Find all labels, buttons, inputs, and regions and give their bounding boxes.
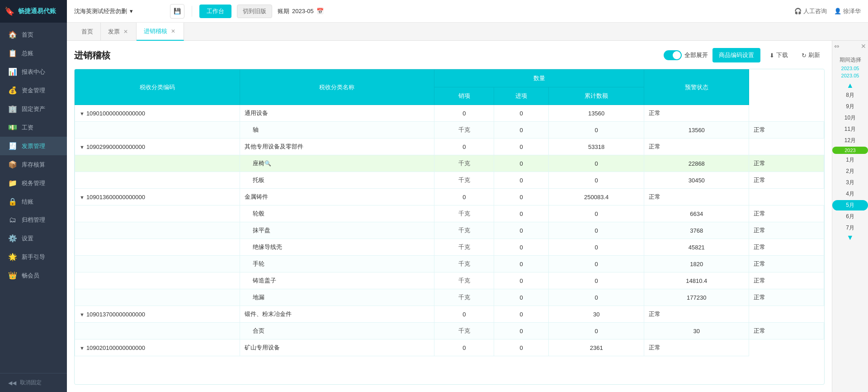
period-month-item[interactable]: 10月 xyxy=(832,113,868,123)
download-button[interactable]: ⬇ 下载 xyxy=(765,48,793,62)
period-month-item[interactable]: 11月 xyxy=(832,124,868,134)
row-code: ▼109020100000000000 xyxy=(75,339,240,356)
col-header-sale: 销项 xyxy=(434,87,494,105)
panel-expand-icon[interactable]: ⇔ xyxy=(834,43,840,50)
row-sale: 0 xyxy=(494,222,549,239)
tab-close-icon[interactable]: ✕ xyxy=(170,27,176,35)
settings-button[interactable]: 商品编码设置 xyxy=(712,48,760,62)
company-selector[interactable]: 沈海英测试经营勿删 ▾ xyxy=(74,7,165,15)
tab-进销稽核[interactable]: 进销稽核✕ xyxy=(137,23,184,41)
sidebar-item-库存核算[interactable]: 📦库存核算 xyxy=(0,155,67,174)
calendar-icon[interactable]: 📅 xyxy=(316,8,324,14)
row-name: 托板 xyxy=(240,172,434,189)
data-table: 税收分类编码 税收分类名称 数量 预警状态 销项 进项 累计数额 xyxy=(75,69,824,356)
period-month-item[interactable]: 6月 xyxy=(832,211,868,222)
refresh-button[interactable]: ↻ 刷新 xyxy=(797,48,825,62)
row-total: 45821 xyxy=(644,239,749,256)
row-sale: 0 xyxy=(434,339,494,356)
row-total: 53318 xyxy=(549,139,644,155)
service-button[interactable]: 🎧 人工咨询 xyxy=(794,7,827,15)
expand-icon[interactable]: ▼ xyxy=(80,345,85,351)
tab-发票[interactable]: 发票✕ xyxy=(101,23,137,41)
row-status: 正常 xyxy=(749,172,824,189)
sidebar-item-结账[interactable]: 🔒结账 xyxy=(0,192,67,211)
row-name: 轮毂 xyxy=(240,206,434,222)
sidebar-item-归档管理[interactable]: 🗂归档管理 xyxy=(0,211,67,229)
nav-label: 发票管理 xyxy=(22,142,45,150)
user-menu[interactable]: 👤 徐泽华 xyxy=(834,7,861,15)
row-status: 正常 xyxy=(749,289,824,306)
expand-switch[interactable] xyxy=(664,50,682,60)
search-icon[interactable]: 🔍 xyxy=(264,160,271,167)
row-code xyxy=(75,323,240,339)
expand-icon[interactable]: ▼ xyxy=(80,312,85,317)
row-code xyxy=(75,222,240,239)
sidebar-item-固定资产[interactable]: 🏢固定资产 xyxy=(0,100,67,118)
row-unit: 千克 xyxy=(434,272,494,289)
row-code xyxy=(75,122,240,139)
page-header: 进销稽核 全部展开 商品编码设置 ⬇ 下载 ↻ 刷新 xyxy=(74,48,825,62)
sidebar-item-畅会员[interactable]: 👑畅会员 xyxy=(0,266,67,285)
period-month-item[interactable]: 4月 xyxy=(832,189,868,199)
scroll-down-button[interactable]: ▼ xyxy=(844,233,857,242)
headset-icon: 🎧 xyxy=(794,8,802,14)
sidebar-item-首页[interactable]: 🏠首页 xyxy=(0,25,67,44)
row-purchase: 0 xyxy=(494,105,549,122)
tab-close-icon[interactable]: ✕ xyxy=(123,28,129,36)
scroll-up-button[interactable]: ▲ xyxy=(844,81,857,90)
row-sale: 0 xyxy=(494,239,549,256)
period-month-item[interactable]: 2月 xyxy=(832,166,868,177)
content-main: 进销稽核 全部展开 商品编码设置 ⬇ 下载 ↻ 刷新 xyxy=(67,41,832,392)
row-sale: 0 xyxy=(434,139,494,155)
row-purchase: 0 xyxy=(549,272,644,289)
expand-icon[interactable]: ▼ xyxy=(80,111,85,116)
content: 进销稽核 全部展开 商品编码设置 ⬇ 下载 ↻ 刷新 xyxy=(67,41,868,392)
period-month-item[interactable]: 8月 xyxy=(832,90,868,100)
row-purchase: 0 xyxy=(549,222,644,239)
row-name: 地漏 xyxy=(240,289,434,306)
sidebar-item-设置[interactable]: ⚙️设置 xyxy=(0,229,67,248)
sidebar-item-资金管理[interactable]: 💰资金管理 xyxy=(0,81,67,100)
expand-icon[interactable]: ▼ xyxy=(80,195,85,200)
row-total: 22868 xyxy=(644,155,749,172)
sidebar-item-新手引导[interactable]: 🌟新手引导 xyxy=(0,248,67,266)
period-month-item[interactable]: 5月 xyxy=(832,200,868,210)
sidebar-item-工资[interactable]: 💵工资 xyxy=(0,118,67,137)
period-month-item[interactable]: 1月 xyxy=(832,155,868,165)
row-name: 座椅🔍 xyxy=(240,155,434,172)
sidebar-item-报表中心[interactable]: 📊报表中心 xyxy=(0,62,67,81)
row-total: 30450 xyxy=(644,172,749,189)
nav-icon: 📊 xyxy=(8,67,17,76)
row-total: 13560 xyxy=(644,122,749,139)
expand-toggle: 全部展开 xyxy=(664,50,708,60)
tab-label: 进销稽核 xyxy=(144,27,167,35)
row-status: 正常 xyxy=(644,306,749,323)
period-month-item[interactable]: 7月 xyxy=(832,223,868,233)
row-code: ▼109013600000000000 xyxy=(75,189,240,206)
download-icon: ⬇ xyxy=(769,52,774,59)
table-row: ▼109013600000000000 金属铸件 0 0 250083.4 正常 xyxy=(75,189,824,206)
expand-icon[interactable]: ▼ xyxy=(80,144,85,150)
sidebar-item-发票管理[interactable]: 🧾发票管理 xyxy=(0,137,67,155)
period-range-1: 2023.05 xyxy=(841,66,859,71)
switch-button[interactable]: 切到旧版 xyxy=(237,5,272,18)
table-row: 轴 千克 0 0 13560 正常 xyxy=(75,122,824,139)
panel-close-icon[interactable]: ✕ xyxy=(861,43,866,50)
workbench-button[interactable]: 工作台 xyxy=(199,5,231,18)
period-month-item[interactable]: 12月 xyxy=(832,135,868,146)
nav-label: 首页 xyxy=(22,31,33,39)
period-month-item[interactable]: 3月 xyxy=(832,177,868,188)
row-sale: 0 xyxy=(434,105,494,122)
row-name: 矿山专用设备 xyxy=(240,339,434,356)
period-month-item[interactable]: 9月 xyxy=(832,101,868,112)
sidebar-item-总账[interactable]: 📋总账 xyxy=(0,44,67,62)
tab-首页[interactable]: 首页 xyxy=(74,23,101,41)
save-button[interactable]: 💾 xyxy=(170,4,184,19)
sidebar-item-税务管理[interactable]: 📁税务管理 xyxy=(0,174,67,192)
row-status: 正常 xyxy=(644,189,749,206)
sidebar-footer[interactable]: ◀◀ 取消固定 xyxy=(0,373,67,392)
service-label: 人工咨询 xyxy=(803,7,827,15)
period-display: 账期 2023-05 📅 xyxy=(278,7,324,15)
col-header-purchase: 进项 xyxy=(494,87,549,105)
row-purchase: 0 xyxy=(549,289,644,306)
